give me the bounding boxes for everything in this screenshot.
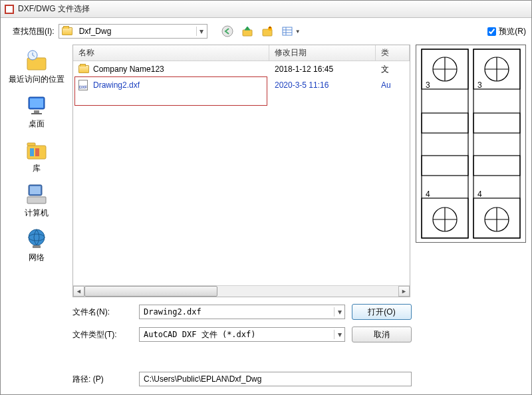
svg-text:4: 4 xyxy=(426,190,430,199)
svg-text:3: 3 xyxy=(477,80,482,90)
folder-icon xyxy=(62,26,74,37)
dialog-window: DXF/DWG 文件选择 查找范围(I): Dxf_Dwg ▾ ▼ xyxy=(0,0,532,395)
list-and-preview: 名称 修改日期 类 Company Name123 2018-1-12 16:4… xyxy=(72,45,526,297)
file-date: 2020-3-5 11:16 xyxy=(269,80,376,90)
lookin-combo[interactable]: Dxf_Dwg ▾ xyxy=(59,24,207,39)
app-icon xyxy=(5,5,14,14)
svg-rect-17 xyxy=(35,148,39,156)
svg-point-21 xyxy=(29,229,45,245)
preview-label: 预览(R) xyxy=(499,26,526,37)
svg-rect-20 xyxy=(27,197,46,203)
filename-value: Drawing2.dxf xyxy=(140,307,334,317)
new-folder-icon[interactable] xyxy=(261,25,274,38)
file-type: 文 xyxy=(376,64,410,75)
svg-text:4: 4 xyxy=(477,190,482,199)
svg-rect-31 xyxy=(422,156,468,176)
svg-rect-11 xyxy=(30,98,43,108)
svg-rect-30 xyxy=(422,113,468,133)
svg-rect-15 xyxy=(27,143,35,146)
libraries-icon xyxy=(23,138,50,162)
filename-label: 文件名(N): xyxy=(72,307,132,318)
file-list[interactable]: 名称 修改日期 类 Company Name123 2018-1-12 16:4… xyxy=(72,45,410,297)
view-menu-icon xyxy=(281,25,294,38)
chevron-down-icon: ▼ xyxy=(295,29,301,35)
sidebar-item-recent[interactable]: 最近访问的位置 xyxy=(9,47,65,89)
list-row[interactable]: Drawing2.dxf 2020-3-5 11:16 Au xyxy=(73,77,410,93)
network-icon xyxy=(23,227,50,251)
sidebar-item-label: 桌面 xyxy=(29,118,45,130)
horizontal-scrollbar[interactable]: ◄ ► xyxy=(73,285,410,297)
filetype-row: 文件类型(T): AutoCAD DXF 文件 (*.dxf) ▾ 取消 xyxy=(72,327,526,342)
main-area: 名称 修改日期 类 Company Name123 2018-1-12 16:4… xyxy=(72,45,531,394)
svg-point-0 xyxy=(222,26,233,37)
computer-icon xyxy=(23,182,50,206)
svg-rect-12 xyxy=(34,110,39,113)
chevron-down-icon: ▾ xyxy=(196,27,207,36)
toolbar: ▼ xyxy=(221,25,301,38)
svg-rect-19 xyxy=(30,186,41,194)
titlebar: DXF/DWG 文件选择 xyxy=(1,1,531,18)
preview-checkbox-input[interactable] xyxy=(487,27,496,36)
folder-icon xyxy=(78,64,89,74)
scroll-track[interactable] xyxy=(84,286,398,297)
lookin-value: Dxf_Dwg xyxy=(76,27,196,36)
sidebar-item-computer[interactable]: 计算机 xyxy=(23,181,50,223)
filetype-value: AutoCAD DXF 文件 (*.dxf) xyxy=(140,329,334,340)
preview-drawing: 3 4 xyxy=(418,47,524,241)
filetype-combo[interactable]: AutoCAD DXF 文件 (*.dxf) ▾ xyxy=(139,327,345,342)
column-name[interactable]: 名称 xyxy=(73,45,269,61)
svg-rect-44 xyxy=(473,156,520,176)
dialog-body: 最近访问的位置 桌面 库 计算机 xyxy=(1,45,531,394)
file-name: Drawing2.dxf xyxy=(93,80,140,90)
sidebar-item-network[interactable]: 网络 xyxy=(23,225,50,267)
desktop-icon xyxy=(23,93,50,117)
back-icon[interactable] xyxy=(221,25,234,38)
svg-rect-43 xyxy=(473,113,520,133)
column-date[interactable]: 修改日期 xyxy=(269,45,376,61)
sidebar-item-desktop[interactable]: 桌面 xyxy=(23,92,50,134)
lookin-bar: 查找范围(I): Dxf_Dwg ▾ ▼ xyxy=(1,18,531,45)
dxf-icon xyxy=(78,80,89,90)
preview-checkbox[interactable]: 预览(R) xyxy=(487,26,526,37)
path-label: 路径: (P) xyxy=(72,374,132,385)
window-title: DXF/DWG 文件选择 xyxy=(18,3,90,15)
bottom-form: 文件名(N): Drawing2.dxf ▾ 打开(O) 文件类型(T): Au… xyxy=(72,297,526,394)
chevron-down-icon: ▾ xyxy=(334,307,344,317)
sidebar-item-label: 最近访问的位置 xyxy=(9,74,65,85)
svg-rect-16 xyxy=(30,148,34,156)
file-name: Company Name123 xyxy=(93,65,164,74)
recent-icon xyxy=(23,49,50,72)
path-field[interactable]: C:\Users\Public\EPLAN\Dxf_Dwg xyxy=(139,372,412,386)
file-date: 2018-1-12 16:45 xyxy=(269,65,376,74)
svg-rect-23 xyxy=(33,245,41,248)
filename-combo[interactable]: Drawing2.dxf ▾ xyxy=(139,305,345,319)
svg-rect-13 xyxy=(31,113,42,114)
sidebar-item-label: 计算机 xyxy=(25,207,49,219)
cancel-button[interactable]: 取消 xyxy=(352,327,412,342)
svg-rect-4 xyxy=(283,27,292,35)
sidebar-item-libraries[interactable]: 库 xyxy=(23,136,50,178)
file-type: Au xyxy=(376,80,410,90)
scroll-right-button[interactable]: ► xyxy=(398,286,410,297)
up-icon[interactable] xyxy=(241,25,254,38)
sidebar-item-label: 库 xyxy=(33,163,41,174)
preview-pane: 3 4 xyxy=(416,45,526,243)
path-value: C:\Users\Public\EPLAN\Dxf_Dwg xyxy=(144,374,261,384)
list-header: 名称 修改日期 类 xyxy=(73,45,410,61)
open-button[interactable]: 打开(O) xyxy=(352,304,412,320)
svg-rect-8 xyxy=(27,58,46,70)
scroll-left-button[interactable]: ◄ xyxy=(73,286,84,297)
sidebar-item-label: 网络 xyxy=(29,252,45,263)
places-sidebar: 最近访问的位置 桌面 库 计算机 xyxy=(1,45,72,394)
list-body: Company Name123 2018-1-12 16:45 文 Drawin… xyxy=(73,61,410,285)
svg-text:3: 3 xyxy=(426,80,430,90)
filetype-label: 文件类型(T): xyxy=(72,329,132,340)
path-row: 路径: (P) C:\Users\Public\EPLAN\Dxf_Dwg xyxy=(72,362,526,386)
lookin-label: 查找范围(I): xyxy=(13,26,55,37)
view-menu-button[interactable]: ▼ xyxy=(281,25,301,38)
list-row[interactable]: Company Name123 2018-1-12 16:45 文 xyxy=(73,61,410,77)
filename-row: 文件名(N): Drawing2.dxf ▾ 打开(O) xyxy=(72,304,526,320)
scroll-thumb[interactable] xyxy=(84,286,217,297)
column-type[interactable]: 类 xyxy=(376,45,410,61)
svg-rect-1 xyxy=(243,30,252,36)
